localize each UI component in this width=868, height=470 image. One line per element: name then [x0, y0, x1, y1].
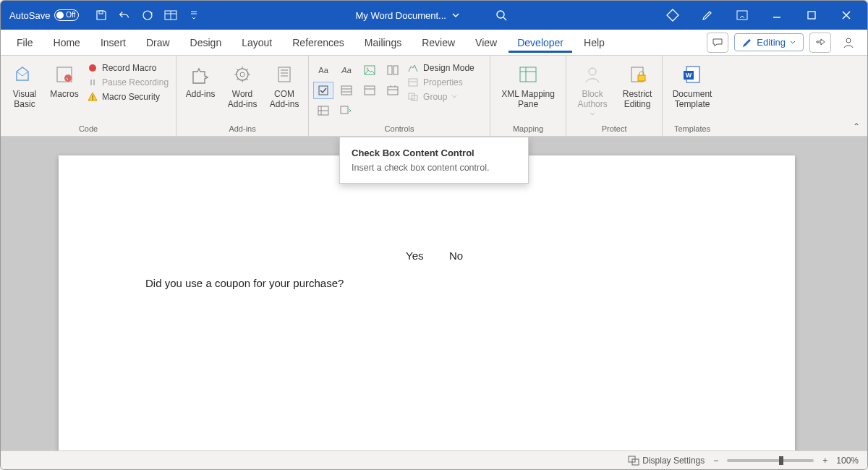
dropdown-control-button[interactable]: [359, 82, 380, 99]
tab-layout[interactable]: Layout: [233, 33, 281, 53]
svg-rect-10: [93, 80, 95, 85]
block-authors-icon: [581, 63, 604, 86]
zoom-level[interactable]: 100%: [836, 456, 859, 466]
display-settings-button[interactable]: Display Settings: [628, 456, 705, 466]
xml-mapping-button[interactable]: XML Mapping Pane: [495, 59, 561, 109]
visual-basic-icon: [13, 63, 36, 86]
pencil-icon: [742, 38, 752, 48]
question-text: Did you use a coupon for your purchase?: [145, 277, 344, 289]
addins-icon: [189, 63, 212, 86]
document-template-button[interactable]: WDocument Template: [667, 59, 718, 109]
checkbox-control-button[interactable]: [313, 82, 333, 99]
autosave-toggle[interactable]: AutoSave Off: [9, 9, 79, 21]
group-addins: Add-ins Word Add-ins COM Add-ins Add-ins: [176, 56, 309, 136]
minimize-button[interactable]: [766, 4, 788, 26]
repeating-section-control-button[interactable]: [313, 102, 333, 119]
share-button[interactable]: [809, 33, 831, 53]
redo-icon[interactable]: [141, 9, 154, 22]
svg-rect-0: [99, 11, 103, 14]
tab-review[interactable]: Review: [413, 33, 464, 53]
ribbon-display-icon[interactable]: [731, 4, 753, 26]
pause-icon: [88, 77, 98, 87]
svg-point-12: [237, 69, 248, 80]
svg-rect-20: [341, 86, 352, 95]
document-canvas[interactable]: Yes No Did you use a coupon for your pur…: [1, 137, 867, 450]
svg-point-8: [89, 64, 96, 72]
brush-icon[interactable]: [697, 4, 718, 26]
tab-developer[interactable]: Developer: [509, 33, 572, 53]
search-button[interactable]: [495, 9, 507, 21]
tab-mailings[interactable]: Mailings: [356, 33, 410, 53]
date-picker-control-button[interactable]: [383, 82, 403, 99]
tab-design[interactable]: Design: [182, 33, 231, 53]
macro-security-button[interactable]: !Macro Security: [85, 90, 171, 103]
editing-mode-button[interactable]: Editing: [734, 33, 804, 51]
zoom-in-button[interactable]: +: [822, 456, 827, 466]
close-button[interactable]: [835, 4, 857, 26]
word-addins-button[interactable]: Word Add-ins: [223, 59, 262, 109]
zoom-out-button[interactable]: −: [713, 456, 718, 466]
maximize-button[interactable]: [801, 4, 822, 26]
restrict-editing-button[interactable]: Restrict Editing: [617, 59, 658, 109]
svg-rect-28: [520, 67, 536, 82]
tooltip-body: Insert a check box content control.: [352, 163, 516, 173]
diamond-icon[interactable]: [662, 4, 684, 26]
chevron-down-icon: [452, 12, 459, 18]
macros-icon: [53, 63, 76, 86]
qat-more-icon[interactable]: [187, 9, 200, 22]
addins-button[interactable]: Add-ins: [181, 59, 220, 99]
svg-point-5: [846, 38, 851, 43]
macros-button[interactable]: Macros: [47, 59, 82, 99]
document-title[interactable]: My Word Document...: [355, 10, 459, 21]
tab-help[interactable]: Help: [575, 33, 613, 53]
tab-insert[interactable]: Insert: [92, 33, 135, 53]
legacy-tools-button[interactable]: [336, 102, 357, 119]
save-icon[interactable]: [95, 9, 108, 22]
toggle-switch[interactable]: Off: [54, 9, 79, 21]
undo-icon[interactable]: [118, 9, 131, 22]
svg-rect-3: [737, 11, 747, 20]
visual-basic-button[interactable]: Visual Basic: [5, 59, 44, 109]
svg-point-29: [589, 68, 596, 75]
group-controls: Aa Aa Design Mode Properties Group Contr…: [309, 56, 490, 136]
document-page[interactable]: Yes No Did you use a coupon for your pur…: [59, 155, 795, 450]
record-macro-button[interactable]: Record Macro: [85, 61, 171, 74]
design-mode-button[interactable]: Design Mode: [406, 61, 485, 74]
tab-draw[interactable]: Draw: [137, 33, 179, 53]
svg-rect-19: [319, 86, 328, 95]
xml-mapping-icon: [516, 63, 540, 86]
group-code: Visual Basic Macros Record Macro Pause R…: [1, 56, 176, 136]
collapse-ribbon-button[interactable]: ⌃: [853, 121, 860, 132]
building-block-control-button[interactable]: [383, 61, 403, 79]
svg-point-2: [497, 11, 504, 18]
comments-button[interactable]: [707, 33, 728, 53]
rich-text-control-button[interactable]: Aa: [313, 61, 333, 79]
account-button[interactable]: [837, 35, 860, 50]
group-button: Group: [406, 90, 485, 103]
controls-gallery: Aa Aa: [313, 59, 403, 119]
zoom-slider[interactable]: [727, 459, 814, 462]
table-icon[interactable]: [164, 9, 177, 22]
tab-view[interactable]: View: [467, 33, 506, 53]
group-icon: [407, 92, 419, 102]
tab-file[interactable]: File: [8, 33, 42, 53]
svg-rect-9: [90, 80, 92, 85]
ribbon: Visual Basic Macros Record Macro Pause R…: [1, 56, 867, 137]
block-authors-button: Block Authors: [571, 59, 614, 116]
com-addins-button[interactable]: COM Add-ins: [265, 59, 304, 109]
plain-text-control-button[interactable]: Aa: [336, 61, 357, 79]
tab-home[interactable]: Home: [45, 33, 89, 53]
title-bar: AutoSave Off My Word Document...: [1, 1, 867, 30]
svg-rect-22: [388, 87, 398, 95]
svg-rect-31: [638, 75, 645, 81]
tab-references[interactable]: References: [284, 33, 353, 53]
picture-control-button[interactable]: [359, 61, 380, 79]
group-mapping: XML Mapping Pane Mapping: [490, 56, 566, 136]
search-icon: [495, 9, 507, 21]
svg-rect-18: [393, 66, 398, 74]
svg-rect-21: [365, 86, 375, 95]
combobox-control-button[interactable]: [336, 82, 357, 99]
warning-icon: !: [88, 92, 98, 102]
status-bar: Display Settings − + 100%: [1, 450, 867, 469]
chevron-down-icon: [790, 40, 796, 45]
